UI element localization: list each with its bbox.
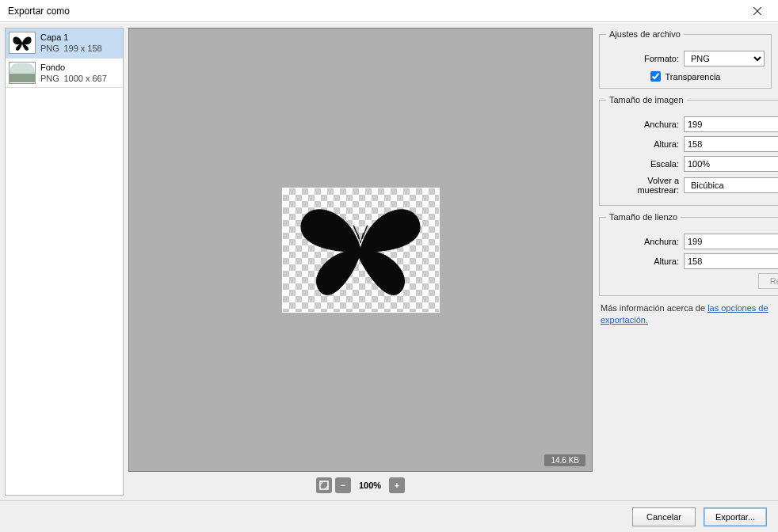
dialog-footer: Cancelar Exportar... — [0, 500, 778, 532]
export-button[interactable]: Exportar... — [704, 507, 767, 526]
layer-name: Fondo — [40, 62, 107, 73]
resample-select[interactable]: Bicúbica — [684, 177, 778, 193]
resample-label: Volver a muestrear: — [606, 176, 679, 195]
canvas-height-label: Altura: — [606, 256, 679, 266]
svg-rect-4 — [320, 481, 328, 489]
settings-panel: Ajustes de archivo Formato: PNG Transpar… — [597, 28, 773, 496]
format-select[interactable]: PNG — [684, 51, 765, 66]
layer-meta: PNG 199 x 158 — [40, 43, 102, 54]
layers-list: Capa 1 PNG 199 x 158 Fondo PNG 1000 x 66… — [5, 28, 124, 496]
zoom-toolbar: − 100% + — [128, 475, 593, 496]
transparency-label: Transparencia — [665, 72, 721, 82]
close-button[interactable] — [742, 0, 773, 22]
cancel-button[interactable]: Cancelar — [632, 507, 696, 526]
main-area: Capa 1 PNG 199 x 158 Fondo PNG 1000 x 66… — [0, 23, 778, 500]
height-label: Altura: — [606, 139, 679, 149]
canvas-width-label: Anchura: — [606, 237, 679, 246]
transparency-checkbox[interactable] — [650, 71, 661, 82]
image-height-input[interactable] — [684, 136, 778, 152]
transparency-checker — [282, 188, 440, 313]
layer-info: Fondo PNG 1000 x 667 — [40, 62, 107, 85]
layer-item[interactable]: Capa 1 PNG 199 x 158 — [6, 28, 123, 59]
scale-label: Escala: — [606, 159, 679, 169]
restore-button[interactable]: Restaurar — [758, 273, 778, 289]
landscape-icon — [10, 63, 35, 82]
canvas-size-legend: Tamaño de lienzo — [606, 212, 681, 222]
butterfly-preview — [289, 195, 432, 306]
format-label: Formato: — [606, 54, 679, 63]
window-title: Exportar como — [8, 6, 70, 17]
zoom-fit-button[interactable] — [316, 477, 332, 493]
layer-info: Capa 1 PNG 199 x 158 — [40, 32, 102, 55]
close-icon — [753, 7, 761, 15]
fit-icon — [319, 481, 329, 490]
canvas-width-input[interactable] — [684, 234, 778, 249]
file-settings-legend: Ajustes de archivo — [606, 29, 684, 39]
file-settings-group: Ajustes de archivo Formato: PNG Transpar… — [599, 29, 772, 89]
minus-icon: − — [341, 481, 345, 490]
layer-name: Capa 1 — [40, 32, 102, 43]
preview-area: 14.6 KB − 100% + — [128, 28, 593, 496]
scale-input[interactable] — [684, 156, 778, 172]
layer-item[interactable]: Fondo PNG 1000 x 667 — [6, 59, 123, 89]
width-label: Anchura: — [606, 120, 679, 129]
image-size-group: Tamaño de imagen Anchura: px Altura: px … — [599, 95, 778, 206]
titlebar: Exportar como — [0, 0, 778, 22]
layer-meta: PNG 1000 x 667 — [40, 73, 107, 84]
info-text: Más información acerca de las opciones d… — [599, 302, 772, 327]
butterfly-icon — [11, 34, 33, 51]
plus-icon: + — [395, 481, 399, 490]
canvas-size-group: Tamaño de lienzo Anchura: px Altura: px … — [599, 212, 778, 296]
canvas-height-input[interactable] — [684, 253, 778, 269]
zoom-out-button[interactable]: − — [335, 477, 351, 493]
zoom-in-button[interactable]: + — [389, 477, 405, 493]
image-width-input[interactable] — [684, 116, 778, 132]
layer-thumbnail — [9, 62, 36, 84]
transparency-row: Transparencia — [606, 71, 765, 82]
zoom-level: 100% — [354, 481, 386, 490]
format-row: Formato: PNG — [606, 51, 765, 66]
image-size-legend: Tamaño de imagen — [606, 95, 687, 104]
layer-thumbnail — [9, 32, 36, 54]
preview-canvas: 14.6 KB — [128, 28, 593, 472]
filesize-badge: 14.6 KB — [544, 454, 585, 466]
